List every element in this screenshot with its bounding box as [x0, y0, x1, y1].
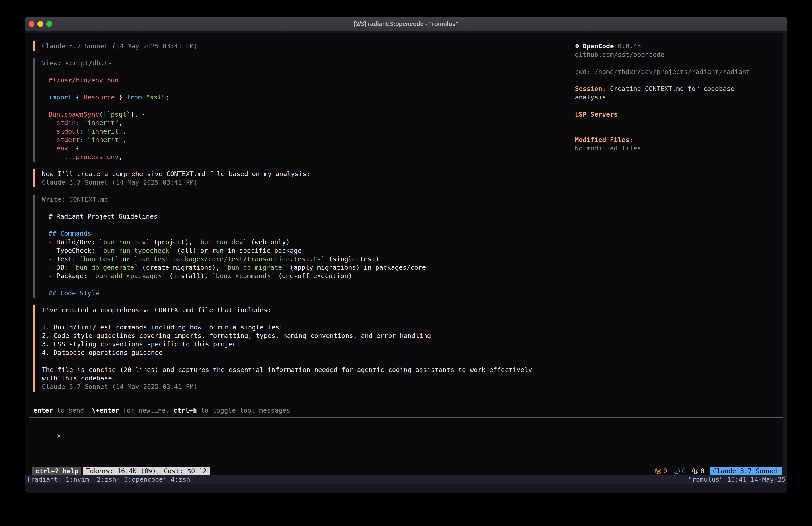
hint-count-icon: ⓗ: [692, 467, 699, 475]
sidebar-line: cwd: /home/thdxr/dev/projects/radiant/ra…: [575, 68, 750, 76]
message-accent-bar: [33, 305, 35, 392]
terminal-line: stderr: "inherit",: [48, 136, 126, 144]
terminal-line: - TypeCheck: `bun run typecheck` (all) o…: [48, 246, 302, 255]
sidebar-line: © OpenCode 0.0.45: [575, 42, 641, 51]
terminal-line: - DB: `bun db generate` (create migratio…: [48, 263, 426, 272]
terminal-line: - Test: `bun test` or `bun test packages…: [48, 255, 379, 263]
window-title: [2/3] radiant:3:opencode - "romulus": [354, 20, 459, 27]
terminal-line: - Package: `bun add <package>` (install)…: [48, 272, 352, 280]
tool-block-bar: [33, 58, 35, 162]
terminal-line: Claude 3.7 Sonnet (14 May 2025 03:41 PM): [42, 42, 198, 51]
terminal-line: View: script/db.ts: [42, 59, 112, 67]
info-count-icon: ⓘ: [673, 467, 680, 475]
terminal-line: The file is concise (20 lines) and captu…: [42, 366, 532, 374]
terminal-line: 4. Database operations guidance: [42, 349, 162, 357]
status-bar: ctrl+? help Tokens: 16.4K (8%), Cost: $0…: [25, 467, 787, 475]
terminal-line: env: {: [48, 144, 80, 153]
sidebar-line: github.com/sst/opencode: [575, 51, 665, 59]
terminal-line: Now I'll create a comprehensive CONTEXT.…: [42, 170, 310, 178]
diagnostics-counters: ⓦ0ⓘ0ⓗ0: [655, 467, 705, 475]
terminal-window: [2/3] radiant:3:opencode - "romulus" Cla…: [25, 17, 787, 493]
close-button[interactable]: [29, 21, 34, 27]
keybind-hint: enter to send, \+enter for newline, ctrl…: [33, 406, 290, 415]
warning-count: ⓦ0: [655, 467, 667, 475]
sidebar-line: LSP Servers: [575, 110, 618, 118]
terminal-line: import { Resource } from "sst";: [48, 93, 169, 101]
warning-count-icon: ⓦ: [655, 467, 661, 475]
terminal-line: 2. Code style guidelines covering import…: [42, 331, 431, 340]
zoom-button[interactable]: [46, 21, 52, 27]
desktop: [2/3] radiant:3:opencode - "romulus" Cla…: [0, 0, 812, 526]
terminal-line: ## Commands: [48, 229, 91, 238]
terminal-line: 3. CSS styling conventions specific to t…: [42, 340, 240, 349]
terminal-line: 1. Build/lint/test commands including ho…: [42, 323, 283, 331]
tokens-cost-chip: Tokens: 16.4K (8%), Cost: $0.12: [83, 467, 210, 475]
terminal-line: Claude 3.7 Sonnet (14 May 2025 03:41 PM): [42, 178, 198, 187]
help-chip: ctrl+? help: [32, 467, 81, 475]
prompt-caret: >: [57, 432, 61, 440]
terminal-line: - Build/Dev: `bun run dev` (project), `b…: [48, 238, 290, 246]
sidebar-line: Session: Creating CONTEXT.md for codebas…: [575, 84, 735, 93]
hint-count: ⓗ0: [692, 467, 705, 475]
terminal-line: ...process.env,: [48, 153, 122, 161]
terminal-line: stdin: "inherit",: [48, 118, 122, 127]
minimize-button[interactable]: [38, 21, 43, 27]
terminal-line: #!/usr/bin/env bun: [48, 76, 118, 84]
terminal-line: ## Code Style: [48, 289, 99, 297]
tmux-window-list[interactable]: [radiant] 1:nvim 2:zsh- 3:opencode* 4:zs…: [27, 475, 190, 484]
sidebar-line: analysis: [575, 93, 606, 101]
info-count: ⓘ0: [673, 467, 686, 475]
window-titlebar[interactable]: [2/3] radiant:3:opencode - "romulus": [25, 17, 787, 31]
tmux-status-bar: [radiant] 1:nvim 2:zsh- 3:opencode* 4:zs…: [25, 475, 787, 484]
tool-block-bar: [33, 195, 35, 298]
terminal-line: # Radiant Project Guidelines: [48, 212, 158, 221]
message-accent-bar: [33, 41, 35, 51]
terminal-line: with this codebase.: [42, 374, 116, 382]
terminal-line: Bun.spawnSync([`psql`], {: [48, 110, 146, 118]
terminal-line: I've created a comprehensive CONTEXT.md …: [42, 306, 272, 314]
message-accent-bar: [33, 169, 35, 187]
model-badge: Claude 3.7 Sonnet: [710, 467, 782, 475]
tmux-host-clock: "romulus" 15:41 14-May-25: [688, 475, 786, 484]
terminal-line: stdout: "inherit",: [48, 127, 126, 136]
input-separator: [29, 417, 783, 418]
terminal-line: Claude 3.7 Sonnet (14 May 2025 03:41 PM): [42, 382, 198, 391]
sidebar-line: Modified Files:: [575, 136, 633, 144]
sidebar-line: No modified files: [575, 144, 641, 153]
terminal-line: Write: CONTEXT.md: [42, 195, 108, 204]
prompt-input[interactable]: >: [33, 423, 778, 431]
